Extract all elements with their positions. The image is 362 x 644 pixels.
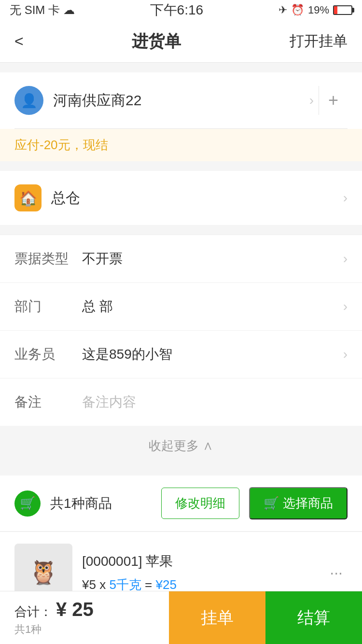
bottom-bar: 合计： ¥ 25 共1种 挂单 结算 [0, 591, 362, 644]
supplier-name[interactable]: 河南供应商22 [53, 91, 309, 111]
total-prefix: 合计： [14, 603, 52, 620]
warehouse-section: 🏠 总仓 › [0, 171, 362, 225]
checkout-button[interactable]: 结算 [265, 591, 362, 644]
total-count: 共1种 [14, 622, 154, 637]
product-count: 共1种商品 [50, 494, 152, 513]
nav-bar: < 进货单 打开挂单 [0, 20, 362, 63]
avatar-icon: 👤 [21, 93, 38, 109]
location-icon: ✈ [278, 4, 287, 16]
warehouse-row[interactable]: 🏠 总仓 › [14, 171, 348, 225]
salesperson-label: 业务员 [14, 345, 72, 364]
invoice-chevron: › [343, 251, 348, 266]
select-icon: 🛒 [264, 496, 279, 511]
status-right: ✈ ⏰ 19% [278, 4, 352, 16]
products-header: 🛒 共1种商品 修改明细 🛒 选择商品 [0, 476, 362, 532]
price-value: ¥5 [82, 577, 96, 592]
back-button[interactable]: < [14, 32, 24, 50]
status-left: 无 SIM 卡 ☁ [10, 2, 75, 18]
department-row[interactable]: 部门 总 部 › [0, 282, 362, 330]
invoice-label: 票据类型 [14, 250, 72, 268]
product-name: [0000001] 苹果 [82, 552, 315, 571]
shopping-icon: 🛒 [20, 496, 35, 511]
total-area: 合计： ¥ 25 共1种 [0, 591, 169, 644]
warehouse-name: 总仓 [51, 188, 343, 208]
battery-icon [333, 5, 352, 15]
salesperson-value: 这是859的小智 [72, 345, 343, 364]
total-label-row: 合计： ¥ 25 [14, 599, 154, 620]
sim-indicator: 无 SIM 卡 ☁ [10, 2, 75, 18]
select-product-button[interactable]: 🛒 选择商品 [249, 487, 348, 519]
divider-top [0, 63, 362, 72]
collapse-button[interactable]: 收起更多 ∧ [0, 426, 362, 466]
divider-2 [0, 225, 362, 235]
total-value: ¥25 [156, 577, 177, 592]
product-more-button[interactable]: ··· [325, 559, 348, 587]
supplier-section: 👤 河南供应商22 › + [0, 72, 362, 129]
battery-text: 19% [308, 4, 329, 16]
department-value: 总 部 [72, 297, 343, 316]
house-icon: 🏠 [19, 190, 37, 207]
salesperson-row[interactable]: 业务员 这是859的小智 › [0, 330, 362, 378]
add-supplier-button[interactable]: + [319, 86, 348, 115]
owl-icon: 🦉 [29, 559, 58, 586]
remark-label: 备注 [14, 393, 72, 411]
select-label: 选择商品 [283, 495, 333, 512]
hang-button[interactable]: 挂单 [169, 591, 265, 644]
supplier-row: 👤 河南供应商22 › + [14, 72, 348, 129]
supplier-chevron: › [309, 93, 314, 108]
product-code: [0000001] [82, 554, 142, 569]
department-label: 部门 [14, 297, 72, 316]
invoice-value: 不开票 [72, 250, 343, 268]
department-chevron: › [343, 299, 348, 314]
quantity-value: 5千克 [109, 577, 141, 592]
remark-input[interactable]: 备注内容 [72, 393, 348, 411]
status-time: 下午6:16 [150, 1, 204, 19]
divider-1 [0, 161, 362, 171]
warehouse-icon: 🏠 [14, 184, 42, 211]
modify-detail-button[interactable]: 修改明细 [161, 488, 239, 519]
price-separator: x [99, 577, 109, 592]
open-pending-button[interactable]: 打开挂单 [290, 31, 348, 51]
warehouse-chevron: › [343, 190, 348, 206]
alarm-icon: ⏰ [291, 4, 304, 16]
equals-sign: = [145, 577, 155, 592]
page-title: 进货单 [132, 30, 181, 53]
notice-bar: 应付-20元，现结 [0, 129, 362, 161]
salesperson-chevron: › [343, 347, 348, 362]
total-amount: ¥ 25 [56, 599, 94, 620]
divider-3 [0, 466, 362, 476]
invoice-row[interactable]: 票据类型 不开票 › [0, 235, 362, 282]
product-info: [0000001] 苹果 ¥5 x 5千克 = ¥25 [82, 552, 315, 593]
status-bar: 无 SIM 卡 ☁ 下午6:16 ✈ ⏰ 19% [0, 0, 362, 20]
product-title: 苹果 [146, 554, 173, 569]
product-icon: 🛒 [14, 490, 41, 517]
supplier-avatar: 👤 [14, 86, 43, 115]
remark-row[interactable]: 备注 备注内容 [0, 378, 362, 426]
